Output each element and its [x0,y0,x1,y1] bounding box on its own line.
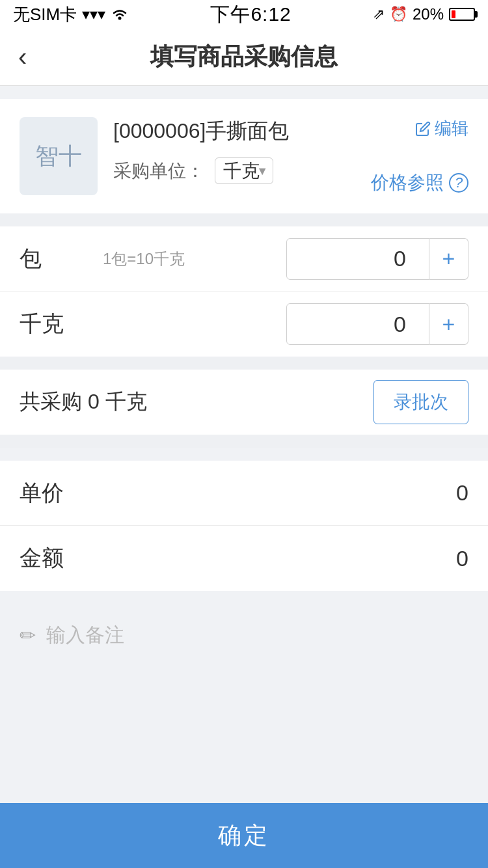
wifi-symbol [111,5,129,25]
summary-row: 共采购 0 千克 录批次 [0,370,488,435]
confirm-button[interactable]: 确定 [218,820,270,852]
unit-price-label: 单价 [20,478,64,508]
kg-label: 千克 [20,309,98,339]
section-separator-1 [0,213,488,226]
status-left: 无SIM卡 ▾▾▾ [13,3,129,26]
section-separator-2 [0,357,488,370]
carrier-text: 无SIM卡 [13,3,77,26]
bag-quantity-input[interactable] [286,238,429,280]
bag-input-right: + [286,238,468,280]
product-image: 智十 [20,117,98,195]
status-time: 下午6:12 [210,1,291,28]
unit-price-value: 0 [456,480,468,506]
remark-section[interactable]: ✏ 输入备注 [0,604,488,667]
bag-input-row: 包 1包=10千克 + [0,226,488,292]
page-title: 填写商品采购信息 [150,41,338,73]
status-right: ⇗ ⏰ 20% [373,5,475,23]
product-card: 智十 [0000006]手撕面包 采购单位： 千克 编辑 价格参照 ? [0,99,488,213]
kg-input-row: 千克 + [0,292,488,357]
battery-icon [449,8,475,21]
unit-select[interactable]: 千克 [215,157,273,184]
amount-value: 0 [456,546,468,571]
amount-label: 金额 [20,543,64,573]
remark-placeholder: 输入备注 [46,622,124,649]
svg-point-0 [118,16,122,20]
bag-label: 包 [20,244,98,274]
summary-section: 共采购 0 千克 录批次 [0,357,488,448]
alarm-icon: ⏰ [390,6,407,23]
kg-quantity-input[interactable] [286,303,429,345]
input-section: 包 1包=10千克 + 千克 + [0,226,488,357]
wifi-icon: ▾▾▾ [82,5,105,23]
record-batch-button[interactable]: 录批次 [373,380,468,424]
price-section: 单价 0 金额 0 [0,461,488,591]
unit-price-row: 单价 0 [0,461,488,526]
battery-text: 20% [413,5,444,23]
kg-plus-button[interactable]: + [429,303,468,345]
nav-bar: ‹ 填写商品采购信息 [0,29,488,86]
back-button[interactable]: ‹ [18,42,27,72]
unit-label: 采购单位： [113,159,204,183]
status-bar: 无SIM卡 ▾▾▾ 下午6:12 ⇗ ⏰ 20% [0,0,488,29]
price-ref-button[interactable]: 价格参照 ? [371,170,468,195]
amount-row: 金额 0 [0,526,488,591]
location-icon: ⇗ [373,6,385,23]
kg-input-right: + [286,303,468,345]
section-separator-3 [0,435,488,448]
summary-quantity: 0 [88,390,100,413]
bag-plus-button[interactable]: + [429,238,468,280]
info-icon: ? [449,173,468,193]
pencil-icon: ✏ [20,624,36,647]
unit-select-wrapper[interactable]: 千克 [215,157,273,184]
bag-sublabel: 1包=10千克 [103,249,185,269]
summary-text: 共采购 0 千克 [20,388,147,416]
product-logo: 智十 [35,142,82,170]
edit-button[interactable]: 编辑 [415,117,468,140]
confirm-footer[interactable]: 确定 [0,803,488,868]
